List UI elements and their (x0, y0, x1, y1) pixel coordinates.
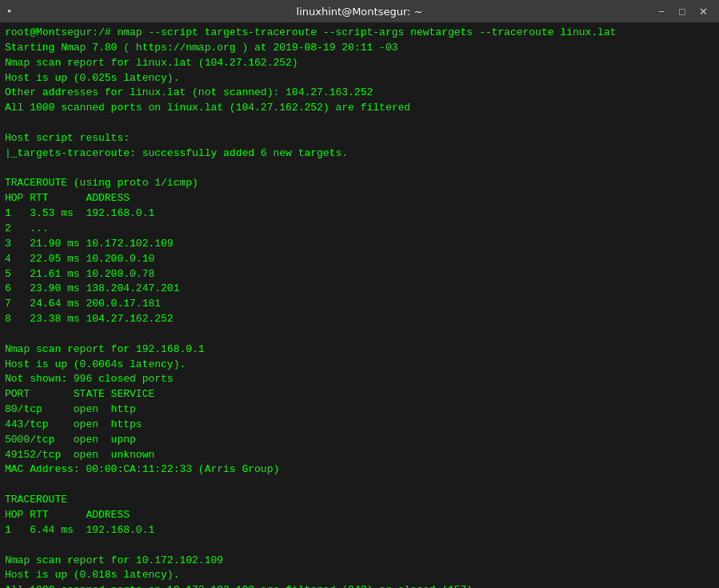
terminal-text: root@Montsegur:/# nmap --script targets-… (5, 26, 714, 588)
titlebar-icon: ▪ (6, 6, 13, 18)
titlebar-title: linuxhint@Montsegur: ~ (297, 6, 423, 18)
terminal-window: ▪ linuxhint@Montsegur: ~ − □ ✕ root@Mont… (0, 0, 719, 588)
terminal-output[interactable]: root@Montsegur:/# nmap --script targets-… (0, 22, 719, 588)
close-button[interactable]: ✕ (693, 3, 713, 19)
titlebar: ▪ linuxhint@Montsegur: ~ − □ ✕ (0, 0, 719, 22)
minimize-button[interactable]: − (652, 3, 671, 19)
maximize-button[interactable]: □ (673, 3, 692, 19)
titlebar-controls: − □ ✕ (652, 3, 713, 19)
